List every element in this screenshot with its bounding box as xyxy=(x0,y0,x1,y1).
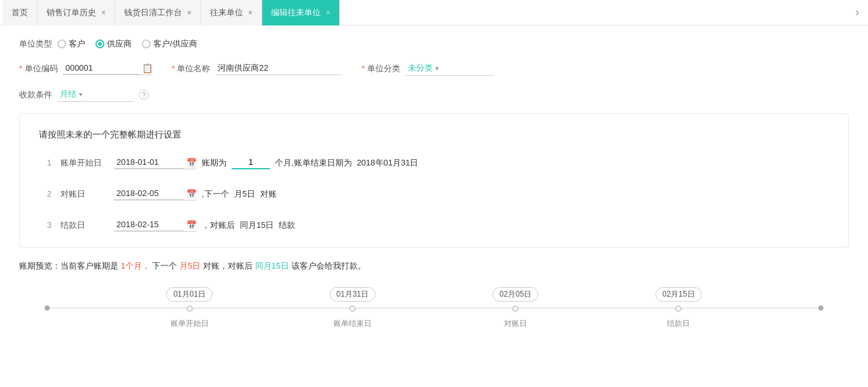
payment-terms-row: 收款条件 月结 ▾ ? xyxy=(19,87,849,102)
unit-code-input[interactable] xyxy=(63,62,139,74)
step-3-calendar-icon[interactable]: 📅 xyxy=(186,220,197,230)
radio-both-circle xyxy=(142,39,151,48)
radio-customer-label: 客户 xyxy=(69,38,85,50)
step-2-suffix-pre: ,下一个 xyxy=(202,188,229,200)
timeline-dot-2 xyxy=(349,306,356,312)
unit-code-input-wrapper: 📋 xyxy=(63,62,153,75)
step-2-suffix-highlight: 月5日 xyxy=(234,188,255,200)
radio-customer[interactable]: 客户 xyxy=(57,38,85,50)
preview-part2-highlight: 月5日 xyxy=(179,261,200,271)
preview-part2-pre: 下一个 xyxy=(152,261,177,271)
tab-edit-counterparty[interactable]: 编辑往来单位 × xyxy=(262,0,340,25)
step-3-content: 📅 ，对账后 同月15日 结款 xyxy=(114,218,295,232)
tab-cash-work[interactable]: 钱货日清工作台 × xyxy=(115,0,201,25)
unit-type-radio-group: 客户 供应商 客户/供应商 xyxy=(57,38,197,50)
step-3-date-input[interactable] xyxy=(114,218,184,231)
step-3-date-wrapper: 📅 xyxy=(114,218,197,232)
timeline-point-3: 02月05日 对账日 xyxy=(493,287,539,329)
tab-home[interactable]: 首页 xyxy=(3,0,38,25)
step-1-calendar-icon[interactable]: 📅 xyxy=(186,158,197,167)
unit-info-row: 单位编码 📋 单位名称 单位分类 未分类 ▾ xyxy=(19,61,849,76)
tab-counterparty[interactable]: 往来单位 × xyxy=(201,0,262,25)
unit-code-label: 单位编码 xyxy=(19,63,58,74)
radio-both-label: 客户/供应商 xyxy=(153,38,197,50)
tab-expand-button[interactable]: › xyxy=(849,0,865,25)
timeline-date-4: 02月15日 xyxy=(655,287,702,302)
step-3-num: 3 xyxy=(39,220,52,230)
unit-classify-label: 单位分类 xyxy=(361,63,400,74)
close-sales-history[interactable]: × xyxy=(101,8,106,17)
step-1-num: 1 xyxy=(39,158,52,167)
payment-terms-chevron: ▾ xyxy=(79,90,83,99)
unit-type-field: 单位类型 客户 供应商 客户/供应商 xyxy=(19,38,197,50)
close-cash-work[interactable]: × xyxy=(187,8,192,17)
timeline-date-1: 01月01日 xyxy=(166,287,213,302)
step-2-label: 对账日 xyxy=(60,188,105,200)
preview-part1: 1个月， xyxy=(121,261,150,271)
step-2-calendar-icon[interactable]: 📅 xyxy=(186,189,197,199)
timeline-dot-1 xyxy=(186,306,193,312)
timeline: 01月01日 账单开始日 01月31日 账单结束日 02月05日 对账日 02月… xyxy=(19,287,849,329)
preview-prefix: 账期预览：当前客户账期是 xyxy=(19,261,118,271)
payment-terms-value: 月结 xyxy=(60,88,76,100)
step-2-num: 2 xyxy=(39,189,52,199)
step-2-row: 2 对账日 📅 ,下一个 月5日 对账 xyxy=(39,187,829,201)
close-counterparty[interactable]: × xyxy=(248,8,253,17)
timeline-date-2: 01月31日 xyxy=(330,287,376,302)
step-2-date-input[interactable] xyxy=(114,187,184,200)
timeline-points: 01月01日 账单开始日 01月31日 账单结束日 02月05日 对账日 02月… xyxy=(45,287,823,329)
timeline-end-dot xyxy=(818,306,823,311)
step-3-suffix-highlight: 同月15日 xyxy=(240,220,274,231)
tab-sales-history[interactable]: 销售订单历史 × xyxy=(38,0,115,25)
timeline-label-2: 账单结束日 xyxy=(333,318,372,329)
preview-part3-highlight: 同月15日 xyxy=(255,261,289,271)
step-1-content: 📅 账期为 个月,账单结束日期为 2018年01月31日 xyxy=(114,156,418,169)
preview-part3-post: 该客户会给我打款。 xyxy=(291,261,366,271)
unit-classify-field: 单位分类 未分类 ▾ xyxy=(361,61,494,76)
radio-supplier-circle xyxy=(95,39,104,48)
unit-classify-value: 未分类 xyxy=(408,62,433,74)
tab-bar: 首页 销售订单历史 × 钱货日清工作台 × 往来单位 × 编辑往来单位 × › xyxy=(0,0,868,25)
step-2-date-wrapper: 📅 xyxy=(114,187,197,201)
step-1-period-end: 2018年01月31日 xyxy=(357,157,419,169)
unit-name-label: 单位名称 xyxy=(172,63,211,74)
radio-supplier-label: 供应商 xyxy=(107,38,132,50)
payment-terms-help[interactable]: ? xyxy=(139,90,149,100)
unit-classify-select[interactable]: 未分类 ▾ xyxy=(405,61,494,76)
radio-customer-circle xyxy=(57,39,66,48)
payment-terms-label: 收款条件 xyxy=(19,89,52,101)
step-1-period-unit: 个月,账单结束日期为 xyxy=(275,157,352,169)
timeline-point-4: 02月15日 结款日 xyxy=(655,287,702,329)
unit-name-input[interactable] xyxy=(215,62,342,75)
unit-name-field: 单位名称 xyxy=(172,62,343,75)
preview-text: 账期预览：当前客户账期是 1个月， 下一个 月5日 对账，对账后 同月15日 该… xyxy=(19,260,849,272)
unit-code-icon[interactable]: 📋 xyxy=(142,63,153,73)
step-3-label: 结款日 xyxy=(60,220,105,231)
timeline-date-3: 02月05日 xyxy=(493,287,539,302)
unit-type-label: 单位类型 xyxy=(19,38,52,50)
step-3-suffix-pre: ，对账后 xyxy=(202,220,235,231)
payment-terms-select[interactable]: 月结 ▾ xyxy=(57,87,134,102)
step-2-content: 📅 ,下一个 月5日 对账 xyxy=(114,187,277,201)
close-edit-counterparty[interactable]: × xyxy=(326,8,330,17)
timeline-dot-4 xyxy=(675,306,682,312)
step-1-label: 账单开始日 xyxy=(60,157,105,169)
main-content: 单位类型 客户 供应商 客户/供应商 单位编码 xyxy=(0,25,868,387)
radio-customer-supplier[interactable]: 客户/供应商 xyxy=(142,38,197,50)
unit-classify-chevron: ▾ xyxy=(435,64,439,73)
timeline-dot-3 xyxy=(512,306,519,312)
step-2-suffix-post: 对账 xyxy=(260,188,277,200)
step-1-date-input[interactable] xyxy=(114,156,184,169)
step-3-row: 3 结款日 📅 ，对账后 同月15日 结款 xyxy=(39,218,829,232)
preview-part2-post: 对账，对账后 xyxy=(203,261,253,271)
step-1-row: 1 账单开始日 📅 账期为 个月,账单结束日期为 2018年01月31日 xyxy=(39,156,829,169)
timeline-label-3: 对账日 xyxy=(504,318,527,329)
timeline-point-2: 01月31日 账单结束日 xyxy=(330,287,376,329)
timeline-label-1: 账单开始日 xyxy=(171,318,209,329)
period-settings-section: 请按照未来的一个完整帐期进行设置 1 账单开始日 📅 账期为 个月,账单结束日期… xyxy=(19,113,849,248)
unit-code-field: 单位编码 📋 xyxy=(19,62,153,75)
step-1-period-input[interactable] xyxy=(232,156,270,169)
radio-supplier[interactable]: 供应商 xyxy=(95,38,132,50)
timeline-start-dot xyxy=(45,306,50,311)
unit-type-row: 单位类型 客户 供应商 客户/供应商 xyxy=(19,38,849,50)
